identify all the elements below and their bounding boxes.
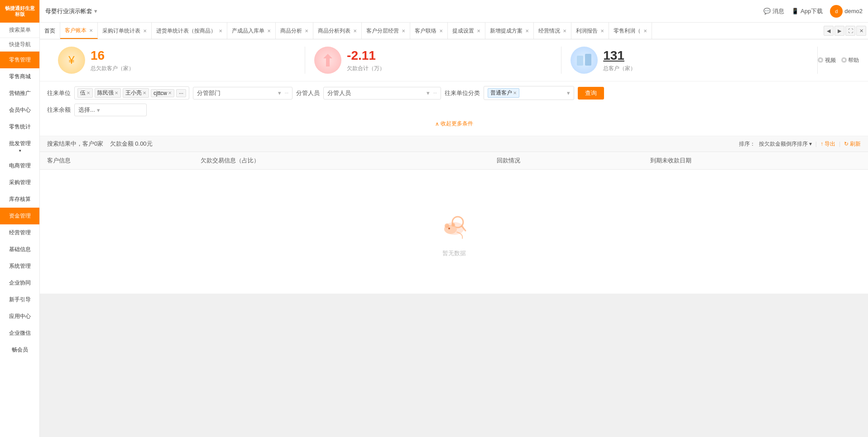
ecom-label: 电商管理 <box>9 162 31 170</box>
sidebar-item-ecom[interactable]: 电商管理 <box>0 157 39 174</box>
filter-tag-wang-close[interactable]: ✕ <box>143 90 146 95</box>
filter-type-tag-normal-close[interactable]: ✕ <box>513 90 517 95</box>
message-button[interactable]: 💬 消息 <box>763 7 784 15</box>
tab-new-achievement[interactable]: 新增提成方案 ✕ <box>485 23 534 39</box>
sidebar-item-newbie[interactable]: 新手引导 <box>0 291 39 308</box>
filter-balance-input[interactable]: 选择... ▾ <box>74 104 147 116</box>
tab-product-analysis-list-close[interactable]: ✕ <box>353 28 357 33</box>
tab-purchase-stats[interactable]: 采购订单统计表 ✕ <box>98 23 152 39</box>
sidebar-item-ops-mgmt[interactable]: 经营管理 <box>0 224 39 241</box>
filter-dept-ellipsis: ··· <box>285 90 288 95</box>
sidebar-item-retail-mall[interactable]: 零售商城 <box>0 68 39 85</box>
tab-customer-contact[interactable]: 客户联络 ✕ <box>410 23 448 39</box>
tab-inbound-stats-label: 进货单统计表（按商品） <box>156 27 216 35</box>
sidebar-item-basic-info[interactable]: 基础信息 <box>0 241 39 258</box>
tab-new-achievement-close[interactable]: ✕ <box>525 28 529 33</box>
tab-purchase-stats-close[interactable]: ✕ <box>143 28 147 33</box>
tab-reminder-settings[interactable]: 提成设置 ✕ <box>448 23 485 39</box>
message-label: 消息 <box>772 7 784 15</box>
tab-profit-report[interactable]: 利润报告 ✕ <box>571 23 609 39</box>
filter-tags-more[interactable]: ··· <box>176 89 186 97</box>
tab-ops-status-close[interactable]: ✕ <box>563 28 566 33</box>
tab-ops-status[interactable]: 经营情况 ✕ <box>534 23 571 39</box>
filter-tag-cjttcw[interactable]: cjttcw ✕ <box>151 89 174 97</box>
filter-unit-tags[interactable]: 伍 ✕ 陈民强 ✕ 王小亮 ✕ cjttcw ✕ <box>74 86 189 100</box>
download-icon: 📱 <box>791 8 799 14</box>
sidebar-item-inventory[interactable]: 库存核算 <box>0 191 39 208</box>
refresh-button[interactable]: ↻ 刷新 <box>844 140 861 148</box>
filter-tag-cjttcw-close[interactable]: ✕ <box>168 90 172 95</box>
tabs-close-all-button[interactable]: ✕ <box>856 26 866 36</box>
tab-profit-report-close[interactable]: ✕ <box>600 28 604 33</box>
filter-tag-chen-label: 陈民强 <box>97 89 114 97</box>
sidebar-item-retail-mgmt[interactable]: 零售管理 <box>0 52 39 68</box>
filter-person-label: 分管人员 <box>296 89 320 97</box>
help-button[interactable]: ◎ 帮助 <box>841 57 859 64</box>
filter-balance-label: 往来余额 <box>47 106 71 114</box>
tab-retail-profit-close[interactable]: ✕ <box>643 28 647 33</box>
app-download-button[interactable]: 📱 App下载 <box>791 7 823 15</box>
tabs-fullscreen-button[interactable]: ⛶ <box>845 26 855 36</box>
table-wrap: 客户信息 欠款交易信息（占比） 回款情况 到期未收款日期 <box>40 152 868 294</box>
tabs-prev-button[interactable]: ◀ <box>824 26 834 36</box>
filter-tag-wu[interactable]: 伍 ✕ <box>77 88 93 98</box>
tab-retail-profit[interactable]: 零售利润（ ✕ <box>609 23 652 39</box>
user-profile[interactable]: d demo2 <box>830 5 863 18</box>
sidebar-item-fund-mgmt[interactable]: 资金管理 <box>0 208 39 224</box>
sidebar-item-marketing[interactable]: 营销推广 <box>0 85 39 102</box>
tab-inbound-stats-close[interactable]: ✕ <box>219 28 222 33</box>
sys-mgmt-label: 系统管理 <box>9 262 31 270</box>
filter-tag-wu-close[interactable]: ✕ <box>86 90 90 95</box>
tab-inbound-stats[interactable]: 进货单统计表（按商品） ✕ <box>152 23 227 39</box>
tab-product-analysis[interactable]: 商品分析 ✕ <box>276 23 313 39</box>
video-help-button[interactable]: ◎ 视频 <box>818 57 835 64</box>
tab-customer-contact-close[interactable]: ✕ <box>439 28 443 33</box>
sidebar-item-app-center[interactable]: 应用中心 <box>0 308 39 325</box>
enterprise-label: 企业协同 <box>9 279 31 287</box>
tabs-next-button[interactable]: ▶ <box>834 26 844 36</box>
sidebar-item-enterprise-wx[interactable]: 企业微信 <box>0 325 39 342</box>
tab-customer-accounts[interactable]: 客户账本 ✕ <box>60 23 98 39</box>
tab-product-analysis-close[interactable]: ✕ <box>305 28 308 33</box>
sidebar-item-sys-mgmt[interactable]: 系统管理 <box>0 258 39 275</box>
tab-home[interactable]: 首页 <box>40 23 60 39</box>
search-result-text: 搜索结果中，客户0家 <box>47 140 103 147</box>
filter-dept-select[interactable]: 分管部门 ▾ ··· <box>193 87 293 100</box>
tab-product-inbound[interactable]: 产成品入库单 ✕ <box>227 23 276 39</box>
filter-tag-wang[interactable]: 王小亮 ✕ <box>123 88 149 98</box>
tab-product-analysis-list[interactable]: 商品分析列表 ✕ <box>313 23 362 39</box>
tab-customer-tier-close[interactable]: ✕ <box>402 28 405 33</box>
export-button[interactable]: ↑ 导出 <box>820 140 835 148</box>
collapse-arrow-icon: ∧ <box>435 121 439 127</box>
filter-tag-chen-close[interactable]: ✕ <box>115 90 118 95</box>
sort-select[interactable]: 按欠款金额倒序排序 ▾ <box>759 140 812 148</box>
sidebar-item-purchase[interactable]: 采购管理 <box>0 174 39 191</box>
purchase-label: 采购管理 <box>9 179 31 186</box>
tab-reminder-settings-close[interactable]: ✕ <box>477 28 480 33</box>
sidebar-item-retail-stats[interactable]: 零售统计 <box>0 119 39 135</box>
sidebar-item-member[interactable]: 畅会员 <box>0 342 39 358</box>
collapse-button[interactable]: ∧ 收起更多条件 <box>431 118 478 129</box>
sidebar-item-member-center[interactable]: 会员中心 <box>0 102 39 119</box>
account-name: 母婴行业演示帐套 <box>45 7 92 15</box>
filter-tag-wu-label: 伍 <box>80 89 86 97</box>
debt-customers-info: 16 总欠款客户（家） <box>91 48 134 72</box>
filter-person-select[interactable]: 分管人员 ▾ ··· <box>323 87 441 100</box>
sidebar-item-enterprise[interactable]: 企业协同 <box>0 275 39 291</box>
filter-type-select[interactable]: 普通客户 ✕ ▾ <box>484 86 574 100</box>
filter-type-tag-normal[interactable]: 普通客户 ✕ <box>488 88 519 98</box>
tab-product-analysis-label: 商品分析 <box>280 27 302 35</box>
sidebar-item-search-menu[interactable]: 搜索菜单 <box>0 23 39 38</box>
query-button[interactable]: 查询 <box>578 87 604 100</box>
sidebar-item-wholesale[interactable]: 批发管理 ▾ <box>0 135 39 157</box>
filter-tag-chen[interactable]: 陈民强 ✕ <box>95 88 121 98</box>
sidebar-item-quick-nav[interactable]: 快捷导航 <box>0 38 39 52</box>
tab-customer-tier[interactable]: 客户分层经营 ✕ <box>362 23 410 39</box>
stats-actions: ◎ 视频 ◎ 帮助 <box>818 57 859 64</box>
tab-customer-accounts-close[interactable]: ✕ <box>89 28 93 33</box>
customers-icon-svg <box>575 51 593 69</box>
sidebar: 畅捷通好生意 标版 搜索菜单 快捷导航 零售管理 零售商城 营销推广 会员中心 … <box>0 0 40 437</box>
account-selector[interactable]: 母婴行业演示帐套 ▾ <box>45 7 97 15</box>
debt-amount-value: -2.11 <box>347 48 385 63</box>
tab-product-inbound-close[interactable]: ✕ <box>267 28 271 33</box>
